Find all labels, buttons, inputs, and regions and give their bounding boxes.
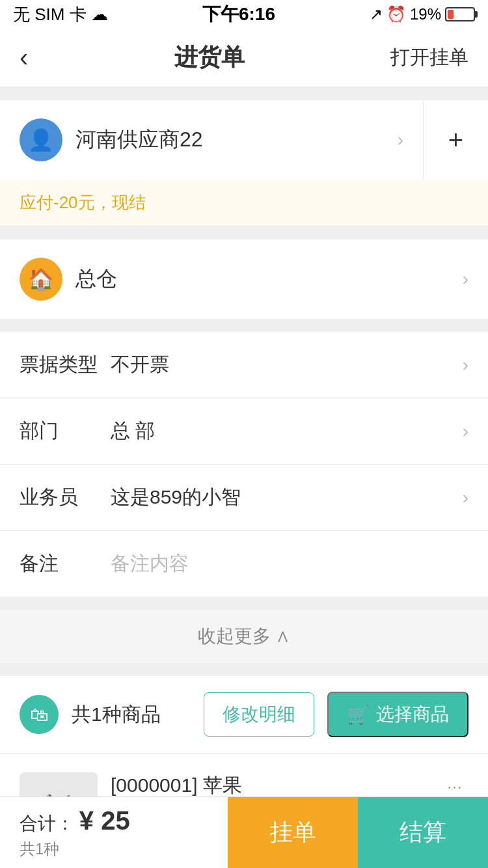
- product-count-icon: 🛍: [20, 695, 59, 734]
- ticket-type-row[interactable]: 票据类型 不开票 ›: [0, 332, 488, 398]
- cart-icon: 🛒: [347, 704, 370, 726]
- section-gap-2: [0, 226, 488, 239]
- home-icon: 🏠: [28, 267, 54, 292]
- edit-detail-button[interactable]: 修改明细: [204, 692, 314, 737]
- alarm-icon: ⏰: [386, 5, 406, 23]
- bag-icon: 🛍: [30, 704, 48, 726]
- chevron-right-icon-ticket: ›: [463, 355, 468, 375]
- product-count-label: 共1种商品: [72, 701, 191, 728]
- total-amount: ¥ 25: [79, 806, 130, 835]
- status-bar: 无 SIM 卡 ☁ 下午6:16 ↗ ⏰ 19%: [0, 0, 488, 29]
- section-gap-1: [0, 87, 488, 100]
- battery-text: 19%: [410, 5, 441, 23]
- collapse-button[interactable]: 收起更多 ∧: [0, 610, 488, 663]
- product-title: [0000001] 苹果: [111, 772, 427, 799]
- department-label: 部门: [20, 418, 111, 444]
- total-row: 合计： ¥ 25: [20, 806, 208, 836]
- supplier-section: 👤 河南供应商22 › +: [0, 100, 488, 180]
- bottom-bar: 合计： ¥ 25 共1种 挂单 结算: [0, 796, 488, 868]
- back-button[interactable]: ‹: [20, 43, 28, 72]
- hang-order-button[interactable]: 挂单: [228, 797, 358, 868]
- section-gap-5: [0, 663, 488, 676]
- supplier-row[interactable]: 👤 河南供应商22 ›: [0, 100, 423, 180]
- chevron-right-icon-dept: ›: [463, 421, 468, 442]
- section-gap-3: [0, 319, 488, 332]
- status-time: 下午6:16: [202, 2, 275, 27]
- checkout-button[interactable]: 结算: [358, 797, 488, 868]
- supplier-add-button[interactable]: +: [423, 100, 488, 180]
- select-product-button[interactable]: 🛒 选择商品: [327, 692, 468, 737]
- warehouse-name: 总仓: [75, 265, 450, 293]
- remark-value: 备注内容: [111, 550, 468, 577]
- total-count: 共1种: [20, 839, 208, 860]
- salesperson-row[interactable]: 业务员 这是859的小智 ›: [0, 465, 488, 530]
- product-code: [0000001]: [111, 774, 197, 796]
- remark-row[interactable]: 备注 备注内容: [0, 531, 488, 597]
- total-prefix: 合计：: [20, 813, 74, 834]
- product-header: 🛍 共1种商品 修改明细 🛒 选择商品: [0, 676, 488, 753]
- open-pending-button[interactable]: 打开挂单: [390, 44, 468, 71]
- chevron-right-icon-warehouse: ›: [463, 269, 468, 290]
- status-left: 无 SIM 卡 ☁: [13, 3, 108, 26]
- nav-bar: ‹ 进货单 打开挂单: [0, 29, 488, 87]
- status-right: ↗ ⏰ 19%: [370, 5, 475, 23]
- ticket-type-label: 票据类型: [20, 351, 111, 378]
- remark-label: 备注: [20, 550, 111, 577]
- total-section: 合计： ¥ 25 共1种: [0, 797, 228, 868]
- warehouse-icon: 🏠: [20, 258, 62, 301]
- warehouse-row[interactable]: 🏠 总仓 ›: [0, 239, 488, 319]
- notice-bar: 应付-20元，现结: [0, 180, 488, 226]
- supplier-name: 河南供应商22: [75, 126, 385, 154]
- battery-icon: [445, 7, 475, 21]
- salesperson-value: 这是859的小智: [111, 484, 463, 511]
- department-value: 总 部: [111, 418, 463, 444]
- select-product-label: 选择商品: [376, 702, 449, 727]
- location-icon: ↗: [370, 5, 383, 23]
- notice-text: 应付-20元，现结: [20, 193, 146, 212]
- chevron-right-icon-sales: ›: [463, 487, 468, 508]
- supplier-avatar: 👤: [20, 118, 62, 161]
- chevron-right-icon: ›: [398, 129, 403, 150]
- department-row[interactable]: 部门 总 部 ›: [0, 398, 488, 464]
- section-gap-4: [0, 597, 488, 610]
- salesperson-label: 业务员: [20, 484, 111, 511]
- signal-text: 无 SIM 卡 ☁: [13, 3, 108, 26]
- collapse-label: 收起更多 ∧: [198, 624, 291, 649]
- page-title: 进货单: [174, 42, 245, 74]
- avatar-icon: 👤: [28, 128, 54, 152]
- product-more-button[interactable]: ···: [441, 772, 468, 797]
- ticket-type-value: 不开票: [111, 351, 463, 378]
